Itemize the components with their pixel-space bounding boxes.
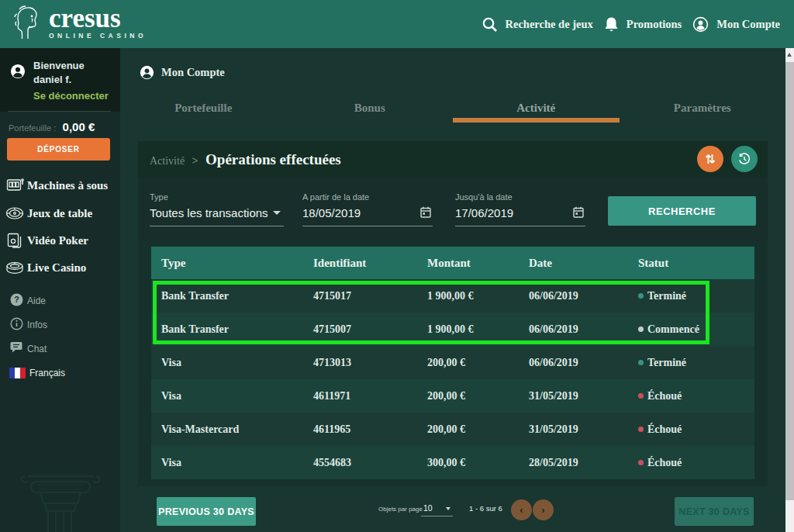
table-row[interactable]: Visa-Mastercard 4611965 200,00 € 31/05/2… [151,413,754,446]
page-previous-button[interactable]: ‹ [511,499,532,520]
previous-30-days-button[interactable]: PREVIOUS 30 DAYS [157,497,256,526]
filter-band: Type Toutes les transactions A partir de… [138,178,768,241]
slot-machine-icon [5,178,24,193]
breadcrumb: Activité > Opérations effectuées [150,151,341,168]
cell-type: Visa-Mastercard [161,423,239,436]
tab-activite[interactable]: Activité [453,93,620,123]
cell-type: Visa [161,357,181,369]
breadcrumb-page: Opérations effectuées [205,151,341,168]
sidebar-item-chat[interactable]: Chat [0,340,120,358]
cell-id: 4713013 [313,357,351,369]
cell-amount: 200,00 € [427,423,465,436]
table-row[interactable]: Visa 4554683 300,00 € 28/05/2019 Échoué [151,446,754,479]
tab-portefeuille[interactable]: Portefeuille [120,93,287,123]
sidebar-item-video-poker[interactable]: Vidéo Poker [0,229,120,252]
welcome-text: Bienvenuedaniel f. [33,59,85,87]
cell-status: Échoué [638,457,647,469]
breadcrumb-section[interactable]: Activité [150,155,185,167]
page-next-button[interactable]: › [533,499,554,520]
calendar-icon [573,206,584,218]
cell-date: 28/05/2019 [529,457,578,469]
brand-name: cresus [49,7,147,30]
wallet-balance: Portefeuille : 0,00 € [9,120,120,134]
status-text: Terminé [647,357,686,369]
account-tabs: Portefeuille Bonus Activité Paramètres [120,93,785,123]
status-dot [638,460,644,465]
cell-id: 4611965 [313,423,350,436]
account-icon [140,65,154,80]
tab-bonus[interactable]: Bonus [287,93,454,123]
nav-account[interactable]: Mon Compte [692,16,780,33]
table-row[interactable]: Visa 4713013 200,00 € 06/06/2019 Terminé [151,346,754,379]
sort-transactions-button[interactable] [697,146,723,172]
cell-date: 06/06/2019 [529,357,578,369]
transaction-type-select[interactable]: Type Toutes les transactions [150,192,284,202]
calendar-icon [420,206,431,218]
cards-icon [5,233,24,249]
search-button[interactable]: RECHERCHE [608,196,756,226]
cell-date: 31/05/2019 [529,390,578,402]
scrollbar-thumb[interactable] [785,62,794,500]
cell-amount: 200,00 € [427,390,465,402]
info-icon [10,317,23,333]
cell-id: 4554683 [313,457,351,469]
french-flag-icon [9,368,26,378]
cresus-head-icon [12,3,43,43]
status-dot [638,393,644,399]
scrollbar-up-arrow[interactable] [787,53,792,57]
sidebar-user-block: Bienvenuedaniel f. Se déconnecter [0,48,120,112]
next-30-days-button[interactable]: NEXT 30 DAYS [675,497,754,526]
bell-icon [604,16,619,33]
cell-amount: 200,00 € [427,357,465,369]
status-text: Échoué [647,390,682,402]
table-row[interactable]: Visa 4611971 200,00 € 31/05/2019 Échoué [151,379,754,413]
chevron-down-icon [446,507,451,510]
up-down-arrows-icon [704,153,716,165]
history-button[interactable] [731,146,758,172]
sidebar-item-machines-a-sous[interactable]: Machines à sous [0,174,120,197]
svg-text:?: ? [14,295,19,304]
sidebar: Bienvenuedaniel f. Se déconnecter Portef… [0,48,120,532]
status-dot [638,427,644,432]
deposit-button[interactable]: DÉPOSER [7,138,110,161]
nav-promotions[interactable]: Promotions [604,16,682,33]
avatar-icon [10,64,26,79]
breadcrumb-band: Activité > Opérations effectuées [138,141,768,178]
cell-date: 31/05/2019 [529,423,578,436]
chevron-down-icon [273,211,281,215]
cell-status: Échoué [638,390,647,402]
search-icon [482,16,498,33]
cell-id: 4611971 [313,390,350,402]
page-title: Mon Compte [140,65,225,80]
date-to-input[interactable]: Jusqu'à la date 17/06/2019 [455,192,585,202]
date-from-input[interactable]: A partir de la date 18/05/2019 [302,192,433,202]
brand-tagline: ONLINE CASINO [49,32,147,40]
per-page-select[interactable]: 10 [423,503,433,513]
sidebar-divider [8,111,111,112]
status-text: Échoué [647,423,682,436]
logout-link[interactable]: Se déconnecter [33,90,109,102]
scrollbar[interactable] [785,48,794,532]
nav-search-games[interactable]: Recherche de jeux [482,16,593,33]
user-icon [692,16,709,33]
per-page-label: Objets par page [378,506,423,513]
pagination-range: 1 - 6 sur 6 [469,504,502,513]
tab-parametres[interactable]: Paramètres [620,93,786,123]
sidebar-item-infos[interactable]: Infos [0,316,120,334]
main-content: Mon Compte Portefeuille Bonus Activité P… [120,48,785,532]
sidebar-item-language[interactable]: Français [0,364,120,382]
status-text: Échoué [647,457,682,469]
chat-icon [10,341,24,357]
cell-type: Visa [161,390,181,402]
sidebar-item-jeux-de-table[interactable]: Jeux de table [0,202,120,225]
sidebar-item-live-casino[interactable]: Live Casino [0,256,120,279]
brand-logo[interactable]: cresus ONLINE CASINO [12,3,147,43]
pillar-graphic [14,459,107,532]
cell-status: Terminé [638,357,647,369]
question-icon: ? [10,293,23,309]
top-header: cresus ONLINE CASINO Recherche de jeux P… [0,0,794,48]
sidebar-item-aide[interactable]: ? Aide [0,292,120,310]
chips-icon [5,261,24,275]
history-icon [738,153,751,165]
cell-type: Visa [161,457,181,469]
